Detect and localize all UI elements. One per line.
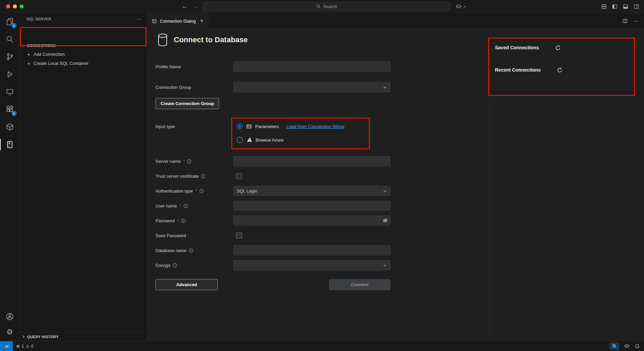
parameters-option-label: Parameters (255, 124, 279, 129)
authentication-type-select[interactable]: SQL Login (233, 186, 390, 196)
user-name-row: User name * (156, 201, 390, 211)
trust-certificate-checkbox[interactable] (236, 173, 242, 179)
create-connection-group-label: Create Connection Group (161, 101, 214, 106)
tree-item-create-local-sql-container[interactable]: + Create Local SQL Container (20, 59, 147, 68)
search-icon (6, 35, 14, 43)
problems-status[interactable]: ⊗ 1 ⚠ 0 (16, 344, 33, 349)
toggle-secondary-sidebar-icon[interactable] (634, 4, 639, 9)
sidebar-item-containers[interactable] (0, 118, 20, 136)
info-icon (183, 203, 188, 208)
connect-button[interactable]: Connect (329, 279, 390, 290)
connections-section-header[interactable]: CONNECTIONS (20, 42, 147, 50)
tab-bar: Connection Dialog × ⋯ (147, 13, 644, 29)
chevron-down-icon (383, 263, 387, 268)
sidebar-header: SQL SERVER ⋯ (20, 13, 147, 25)
toggle-panel-icon[interactable] (623, 4, 628, 9)
database-name-label: Database name (156, 248, 187, 253)
password-input[interactable] (233, 216, 390, 226)
save-password-row: Save Password (156, 230, 390, 241)
sidebar-item-extensions[interactable]: 1 (0, 101, 20, 118)
refresh-icon[interactable] (555, 45, 561, 51)
toggle-password-visibility-icon[interactable] (382, 218, 388, 223)
database-name-row: Database name (156, 245, 390, 255)
connect-button-label: Connect (351, 282, 368, 287)
recent-connections-label: Recent Connections (495, 67, 541, 73)
search-icon (316, 4, 321, 9)
accounts-button[interactable] (0, 308, 20, 325)
layout-controls (601, 0, 639, 13)
required-asterisk: * (183, 159, 185, 164)
server-name-input[interactable] (233, 156, 390, 166)
gear-icon: ⚙ (6, 328, 13, 336)
parameters-radio[interactable] (237, 123, 243, 129)
warning-count: 0 (31, 344, 33, 349)
copilot-menu[interactable] (456, 0, 466, 13)
authentication-type-row: Authentication type * SQL Login (156, 186, 390, 196)
refresh-icon[interactable] (557, 67, 563, 73)
browse-azure-radio[interactable] (237, 137, 243, 143)
settings-button[interactable]: ⚙ (0, 325, 20, 340)
toggle-primary-sidebar-icon[interactable] (612, 4, 618, 9)
chevron-right-icon (21, 334, 26, 340)
minimize-window-icon[interactable] (13, 4, 17, 8)
tab-connection-dialog[interactable]: Connection Dialog × (147, 13, 209, 29)
more-actions-icon[interactable]: ⋯ (137, 16, 142, 22)
profile-name-input[interactable] (233, 61, 390, 72)
remote-indicator[interactable]: >< (0, 341, 13, 351)
search-placeholder: Search (323, 4, 337, 9)
customize-layout-icon[interactable] (601, 4, 607, 9)
title-bar: ← → Search (0, 0, 644, 13)
sidebar-item-sql-server[interactable] (0, 136, 20, 153)
info-icon (199, 189, 204, 194)
create-connection-group-button[interactable]: Create Connection Group (156, 98, 219, 109)
sql-server-sidebar: SQL SERVER ⋯ CONNECTIONS + Add Connectio… (20, 13, 147, 341)
split-editor-icon[interactable] (622, 18, 628, 24)
connection-dialog-tab-icon (152, 19, 157, 24)
more-actions-icon[interactable]: ⋯ (633, 18, 639, 24)
activity-bar: 1 (0, 13, 20, 341)
forward-arrow-icon[interactable]: → (193, 3, 199, 9)
sidebar-item-search[interactable] (0, 30, 20, 48)
sidebar-item-remote-explorer[interactable] (0, 83, 20, 101)
close-tab-icon[interactable]: × (200, 18, 203, 24)
advanced-button[interactable]: Advanced (156, 279, 218, 290)
encrypt-select[interactable] (233, 260, 390, 270)
tree-item-label: Add Connection (33, 52, 65, 57)
error-count: 1 (22, 344, 24, 349)
save-password-checkbox[interactable] (236, 232, 242, 239)
query-history-section-header[interactable]: QUERY HISTORY (20, 332, 147, 341)
tree-item-label: Create Local SQL Container (33, 61, 89, 66)
trust-certificate-label: Trust server certificate (156, 174, 199, 179)
sidebar-item-explorer[interactable]: 1 (0, 13, 20, 30)
close-window-icon[interactable] (6, 4, 10, 8)
authentication-type-value: SQL Login (237, 189, 257, 194)
remote-explorer-icon (6, 88, 14, 96)
history-navigation: ← → (182, 0, 199, 13)
connection-group-select[interactable] (233, 82, 390, 92)
encrypt-row: Encrypt (156, 260, 390, 270)
user-name-input[interactable] (233, 201, 390, 211)
notifications-bell-icon[interactable] (635, 344, 640, 349)
vscode-window: ← → Search (0, 0, 644, 351)
parameters-icon (246, 124, 252, 129)
info-icon (189, 248, 194, 253)
connections-side-panel: Saved Connections Recent Connections (489, 29, 644, 341)
input-type-browse-azure-option: Browse Azure (237, 134, 284, 146)
explorer-badge: 1 (11, 23, 17, 28)
database-name-input[interactable] (233, 245, 390, 255)
load-from-connection-string-link[interactable]: Load from Connection String (286, 124, 344, 129)
copilot-status-icon[interactable] (624, 343, 630, 349)
info-icon (187, 159, 192, 164)
tree-item-add-connection[interactable]: + Add Connection (20, 50, 147, 59)
required-asterisk: * (195, 189, 197, 194)
password-label: Password (156, 218, 175, 223)
sidebar-item-source-control[interactable] (0, 48, 20, 66)
zoom-status-button[interactable] (609, 343, 619, 350)
sidebar-item-run-debug[interactable] (0, 66, 20, 83)
activity-bar-bottom: ⚙ (0, 308, 20, 341)
input-type-parameters-option: Parameters Load from Connection String (237, 120, 344, 132)
command-center-search[interactable]: Search (203, 2, 450, 11)
connection-form: Connect to Database Profile Name Connect… (147, 29, 489, 341)
zoom-window-icon[interactable] (20, 4, 24, 8)
back-arrow-icon[interactable]: ← (182, 3, 187, 9)
